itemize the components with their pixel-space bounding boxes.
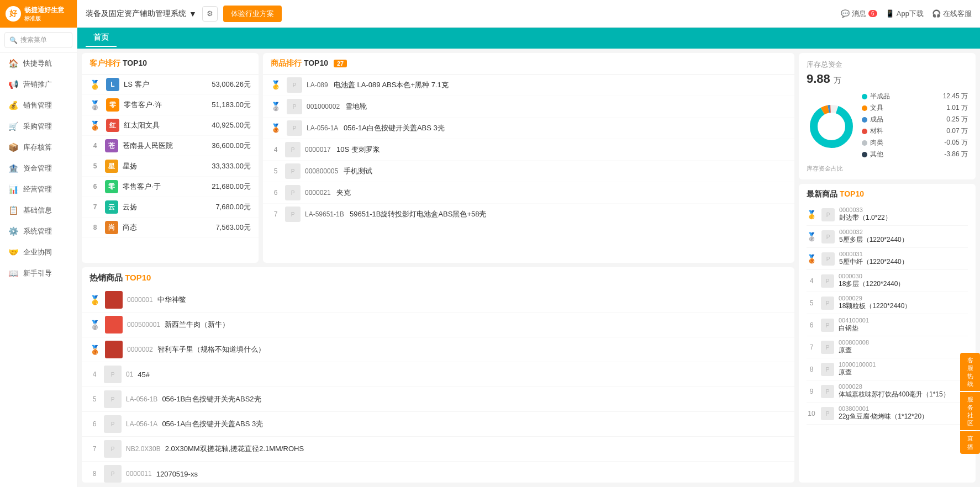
svg-text:P: P [293,125,297,131]
sidebar-item-finance[interactable]: 🏦 资金管理 [0,158,77,179]
svg-text:P: P [293,104,297,110]
legend-label: 材料 [870,126,883,136]
online-service-button[interactable]: 🎧 在线客服 [932,9,972,19]
legend-dot [862,105,867,111]
newest-info: 003800001 22g鱼豆腐·烧烤味（1*12*20） [839,405,968,421]
newest-info: 0000029 18颗粒板（1220*2440） [839,295,968,311]
message-button[interactable]: 💬 消息 6 [841,9,877,19]
svg-text:P: P [826,345,830,351]
svg-text:P: P [826,389,830,395]
prod-image: P [285,207,301,222]
app-name: 畅捷通好生意 [24,6,64,15]
prod-info: LA-056-1A 056-1A白色按键开关盖ABS 3壳 [307,123,787,133]
newest-name: 原查 [839,368,968,377]
newest-product-row: 4 P 0000030 18多层（1220*2440） [807,270,968,292]
float-live-btn[interactable]: 直播 [960,431,980,454]
sidebar-item-system[interactable]: ⚙️ 系统管理 [0,221,77,242]
newest-product-image: P [821,297,834,310]
message-label: 消息 [852,9,866,19]
prod-name: 电池盖 LA-089 ABS本色+黑种 7.1克 [334,81,449,89]
prod-code: LA-59651-1B [305,210,347,218]
product-rank-row: 🥇 P LA-089 电池盖 LA-089 ABS本色+黑种 7.1克 [263,75,794,96]
newest-product-image: P [821,208,835,221]
rank-name: 星扬 [123,161,207,171]
nav-label-sales: 销售管理 [23,100,52,110]
logo-icon: 好 [6,6,21,22]
legend-item: 文具 1.01 万 [862,103,968,113]
sidebar-item-enterprise[interactable]: 🤝 企业协同 [0,242,77,263]
rank-number: 6 [89,183,101,190]
inventory-note: 库存资金占比 [807,165,968,173]
newest-code: 0000028 [839,383,968,390]
legend-value: -0.05 万 [944,138,968,147]
float-hotline-btn[interactable]: 客服热线 [960,353,980,391]
legend-label: 半成品 [870,92,890,101]
sidebar-item-sales[interactable]: 💰 销售管理 [0,95,77,116]
newest-rank-number: 5 [807,299,816,307]
newest-code: 0000031 [839,251,968,257]
search-menu-button[interactable]: 🔍 搜索菜单 [4,32,72,48]
newest-name: 22g鱼豆腐·烧烤味（1*12*20） [839,412,968,421]
settings-button[interactable]: ⚙ [202,6,218,22]
system-selector[interactable]: 装备及固定资产辅助管理系统 ▼ [86,9,197,19]
hot-products-title: 热销商品 TOP10 [82,267,794,288]
legend-dot [862,152,867,157]
sidebar-item-inventory[interactable]: 📦 库存核算 [0,137,77,158]
legend-left: 半成品 [862,92,890,101]
legend-left: 成品 [862,115,883,124]
product-ranking-header: 商品排行 TOP10 27 [263,53,794,75]
newest-product-image: P [821,407,834,420]
sidebar-item-marketing[interactable]: 📢 营销推广 [0,74,77,95]
nav-label-system: 系统管理 [23,226,52,236]
newest-code: 0000030 [839,273,968,279]
sidebar-item-operations[interactable]: 📊 经营管理 [0,179,77,200]
legend-label: 肉类 [870,138,883,147]
newest-product-image: P [821,274,834,288]
customer-rank-row: 🥈 零 零售客户·许 51,183.00元 [82,95,259,115]
svg-text:P: P [826,411,830,417]
sidebar-item-basic[interactable]: 📋 基础信息 [0,200,77,221]
svg-text:P: P [291,168,295,174]
svg-text:P: P [291,147,295,153]
newest-products-accent: TOP10 [840,189,864,198]
sidebar-item-quick-nav[interactable]: 🏠 快捷导航 [0,53,77,74]
float-community-btn[interactable]: 服务社区 [960,392,980,430]
right-column: 库存总资金 9.88 万 [799,53,976,483]
hot-products-list: 🥇 0000001 中华神鳖 🥈 000500001 新西兰牛肉（新牛） 🥉 0… [82,288,794,483]
prod-info: LA-59651-1B 59651-1B旋转投影灯电池盒ABS黑色+58壳 [305,209,787,219]
product-ranking-top-label: TOP10 [304,59,328,67]
newest-product-image: P [821,230,835,244]
prod-medal: 🥈 [271,102,281,112]
top-header: 装备及固定资产辅助管理系统 ▼ ⚙ 体验行业方案 💬 消息 6 📱 App下载 … [77,0,980,28]
newest-info: 0000032 5厘多层（1220*2440） [839,229,968,245]
product-rank-row: 🥈 P 001000002 雪地靴 [263,96,794,118]
legend-dot [862,140,867,146]
product-rank-row: 5 P 000800005 手机测试 [263,161,794,182]
legend-label: 其他 [870,150,883,159]
tab-home[interactable]: 首页 [86,29,117,47]
svg-text:P: P [826,256,830,262]
trial-button[interactable]: 体验行业方案 [223,6,282,22]
newest-rank-number: 9 [807,388,816,395]
sidebar-item-purchase[interactable]: 🛒 采购管理 [0,116,77,137]
rank-amount: 53,006.26元 [212,80,251,89]
system-name: 装备及固定资产辅助管理系统 [86,9,186,19]
app-download-button[interactable]: 📱 App下载 [886,9,924,19]
legend-left: 材料 [862,126,883,136]
product-rank-row: 7 P LA-59651-1B 59651-1B旋转投影灯电池盒ABS黑色+58… [263,204,794,225]
prod-info: 0000021 夹克 [305,188,787,198]
sidebar-item-guide[interactable]: 📖 新手引导 [0,263,77,284]
prod-rank-number: 6 [271,189,281,197]
prod-code: 001000002 [307,103,344,110]
rank-number: 8 [89,224,101,231]
system-icon: ⚙️ [8,226,19,236]
newest-rank-number: 4 [807,277,816,285]
hot-code: 0000001 [127,296,153,304]
legend-label: 文具 [870,103,883,113]
newest-code: 000800008 [839,339,968,346]
hot-rank-number: 8 [89,470,99,478]
rank-avatar: 云 [105,200,118,214]
headset-icon: 🎧 [932,9,941,18]
newest-product-row: 7 P 000800008 原查 [807,336,968,358]
prod-info: LA-089 电池盖 LA-089 ABS本色+黑种 7.1克 [307,80,787,90]
